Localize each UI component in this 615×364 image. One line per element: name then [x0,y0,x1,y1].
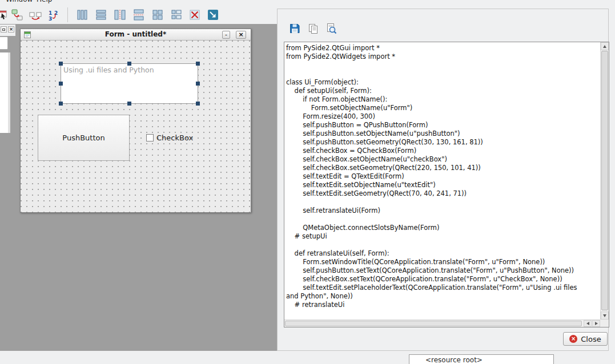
widget-box-dock-header: × [0,25,15,36]
arrow-right-icon [595,322,598,325]
dialog-close-button[interactable]: × Close [563,332,608,346]
layout-grid-button[interactable] [151,8,164,22]
code-line [286,70,600,78]
arrow-left-icon [586,322,589,325]
break-layout-icon [188,9,201,21]
layout-vertically-icon [95,9,107,21]
layout-horizontally-button[interactable] [75,8,89,22]
dock-float-button[interactable] [1,26,7,33]
edit-buddies-button[interactable] [29,8,42,22]
resource-root-label: <resource root> [425,356,483,364]
layout-form-button[interactable] [170,8,183,22]
code-line: def setupUi(self, Form): [286,87,600,95]
layout-horizontally-splitter-icon [114,9,126,21]
code-line [286,215,600,224]
menu-help[interactable]: Help [37,0,52,3]
close-button-label: Close [581,335,601,343]
code-line: Form.setObjectName(u"Form") [286,104,600,112]
menu-window[interactable]: Window [6,0,33,3]
code-line: from PySide2.QtWidgets import * [286,52,600,61]
edit-buddies-icon [29,9,42,21]
edit-tab-order-icon: 1 2 3 [47,9,60,21]
scroll-left-button[interactable] [584,320,592,327]
find-button[interactable] [324,22,338,35]
code-line: and Python", None)) [286,292,600,301]
code-line: from PySide2.QtGui import * [286,44,600,52]
code-line: # retranslateUi [286,301,600,309]
layout-vertically-button[interactable] [94,8,108,22]
vertical-scrollbar-thumb[interactable] [601,51,608,310]
edit-signals-slots-button[interactable] [10,8,24,22]
code-line: class Ui_Form(object): [286,78,600,87]
widget-box-scrollbar[interactable] [8,52,10,133]
code-line: self.pushButton.setGeometry(QRect(30, 13… [286,138,600,147]
resource-browser[interactable]: <resource root> [409,354,554,364]
horizontal-scrollbar-thumb[interactable] [285,321,582,326]
code-line: def retranslateUi(self, Form): [286,249,600,258]
textedit-widget[interactable]: Using .ui files and Python [61,63,198,104]
widget-box-filter-input[interactable] [0,37,8,50]
code-preview-dialog: from PySide2.QtGui import *from PySide2.… [277,9,609,351]
svg-text:3: 3 [49,16,52,21]
form-window-titlebar[interactable]: Form - untitled* - × [21,29,251,41]
code-line: Form.setWindowTitle(QCoreApplication.tra… [286,258,600,266]
dock-close-button[interactable]: × [8,26,14,33]
form-canvas[interactable]: Using .ui files and Python PushButton Ch… [21,41,251,212]
selection-handle[interactable] [59,62,63,66]
selection-handle[interactable] [196,82,200,86]
selection-handle[interactable] [59,102,63,106]
scroll-up-button[interactable] [601,42,609,50]
code-line: QMetaObject.connectSlotsByName(Form) [286,224,600,232]
close-icon: × [9,27,14,32]
arrow-up-icon [603,45,606,48]
code-line: Form.resize(400, 300) [286,112,600,121]
code-line: self.pushButton = QPushButton(Form) [286,121,600,130]
adjust-size-button[interactable] [206,8,220,22]
selection-handle[interactable] [196,102,200,106]
scroll-right-button[interactable] [592,320,600,327]
selection-handle[interactable] [196,62,200,66]
checkbox-indicator [146,134,154,141]
form-close-button[interactable]: × [236,31,246,39]
float-icon [2,29,5,31]
save-button[interactable] [288,22,302,35]
break-layout-button[interactable] [188,8,202,22]
widget-box-list[interactable] [0,52,8,133]
horizontal-scrollbar[interactable] [284,319,600,327]
form-window-title: Form - untitled* [21,30,251,38]
form-minimize-button[interactable]: - [222,31,230,39]
edit-widgets-icon [0,9,9,21]
code-line [286,61,600,70]
checkbox-widget[interactable]: CheckBox [146,126,204,149]
code-line: self.retranslateUi(Form) [286,207,600,215]
pushbutton-widget[interactable]: PushButton [38,115,130,161]
toolbar-separator [67,7,68,22]
code-line: self.checkBox = QCheckBox(Form) [286,147,600,155]
code-line: self.textEdit = QTextEdit(Form) [286,172,600,181]
code-line: self.textEdit.setGeometry(QRect(70, 40, … [286,189,600,198]
selection-handle[interactable] [127,62,131,66]
layout-horizontally-splitter-button[interactable] [113,8,127,22]
code-line: if not Form.objectName(): [286,95,600,104]
menubar: Window Help [0,0,615,3]
code-editor[interactable]: from PySide2.QtGui import *from PySide2.… [284,42,609,327]
copy-button[interactable] [306,22,320,35]
edit-tab-order-button[interactable]: 1 2 3 [47,8,61,22]
close-circle-icon: × [569,335,577,343]
vertical-scrollbar[interactable] [600,42,609,319]
bottom-panel: <resource root> [0,351,615,364]
qt-designer-app: 1 2 3 [0,0,615,364]
layout-vertically-splitter-icon [132,9,145,21]
code-text[interactable]: from PySide2.QtGui import *from PySide2.… [284,42,600,319]
edit-widgets-button[interactable] [0,8,9,22]
copy-icon [307,22,319,35]
layout-horizontally-icon [76,9,89,21]
code-line: self.checkBox.setText(QCoreApplication.t… [286,275,600,284]
scroll-down-button[interactable] [601,312,609,319]
code-line: self.checkBox.setObjectName(u"checkBox") [286,155,600,164]
save-icon [288,22,301,35]
selection-handle[interactable] [59,82,63,86]
layout-vertically-splitter-button[interactable] [132,8,146,22]
arrow-down-icon [603,314,606,317]
selection-handle[interactable] [127,102,131,106]
